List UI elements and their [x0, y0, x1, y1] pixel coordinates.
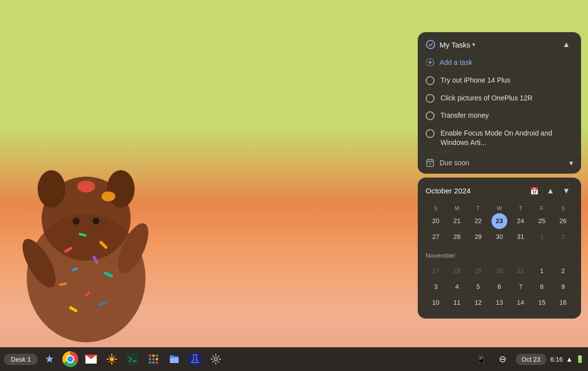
cal-day-nov7[interactable]: 7 — [513, 279, 529, 295]
cal-day-oct31-nov[interactable]: 31 — [513, 263, 529, 279]
task-item-1[interactable]: Try out iPhone 14 Plus — [418, 72, 581, 90]
cal-day-nov1[interactable]: 1 — [534, 263, 550, 279]
cal-day-oct26[interactable]: 26 — [555, 213, 571, 229]
taskbar: Desk 1 — [0, 347, 588, 371]
wifi-icon: ▲ — [566, 355, 573, 363]
cal-day-oct24[interactable]: 24 — [513, 213, 529, 229]
cal-day-nov11[interactable]: 11 — [449, 295, 465, 311]
svg-point-34 — [152, 362, 155, 364]
apps-icon[interactable] — [145, 350, 162, 368]
desk-button[interactable]: Desk 1 — [4, 354, 38, 365]
task-text-2: Click pictures of OnePlus 12R — [441, 93, 533, 103]
add-task-icon — [426, 58, 435, 67]
calendar-panel: October 2024 📅 ▲ ▼ S M T W T F S 20 21 2… — [418, 178, 581, 319]
task-item-4[interactable]: Enable Focus Mode On Android and Windows… — [418, 125, 581, 152]
svg-point-31 — [152, 358, 155, 361]
svg-point-27 — [149, 355, 151, 357]
due-soon-expand-icon[interactable]: ▾ — [569, 158, 573, 168]
battery-icon: 🔋 — [576, 355, 584, 363]
cal-day-oct28[interactable]: 28 — [449, 229, 465, 245]
cal-day-oct31[interactable]: 31 — [513, 229, 529, 245]
add-task-row[interactable]: Add a task — [418, 55, 581, 72]
tasks-collapse-button[interactable]: ▲ — [559, 39, 573, 50]
cal-day-nov16[interactable]: 16 — [555, 295, 571, 311]
lab-icon[interactable] — [186, 350, 204, 368]
cal-day-nov6[interactable]: 6 — [491, 279, 507, 295]
tasks-title[interactable]: My Tasks ▾ — [440, 41, 475, 49]
cal-day-nov1-oct[interactable]: 1 — [534, 229, 550, 245]
svg-point-33 — [149, 362, 151, 364]
svg-point-20 — [427, 41, 435, 49]
apps-svg — [148, 354, 159, 365]
due-soon-row[interactable]: Due soon ▾ — [418, 152, 581, 174]
cal-day-nov9[interactable]: 9 — [555, 279, 571, 295]
cal-day-nov15[interactable]: 15 — [534, 295, 550, 311]
cal-day-oct20[interactable]: 20 — [428, 213, 443, 229]
task-checkbox-2[interactable] — [426, 94, 435, 103]
lab-svg — [189, 353, 201, 365]
cal-day-oct30-nov[interactable]: 30 — [491, 263, 507, 279]
cal-day-nov8[interactable]: 8 — [534, 279, 550, 295]
cal-day-oct27[interactable]: 27 — [428, 229, 443, 245]
cal-day-nov14[interactable]: 14 — [513, 295, 529, 311]
calendar-today-button[interactable]: 📅 — [527, 186, 541, 196]
svg-point-32 — [156, 358, 158, 361]
cal-dow-tue: T — [468, 203, 489, 213]
cal-day-oct25[interactable]: 25 — [534, 213, 550, 229]
launcher-icon[interactable] — [41, 350, 58, 368]
task-text-1: Try out iPhone 14 Plus — [441, 76, 510, 86]
terminal-icon[interactable] — [124, 350, 142, 368]
svg-point-23 — [430, 163, 431, 165]
photos-svg — [106, 353, 118, 365]
cal-day-oct28-nov[interactable]: 28 — [449, 263, 465, 279]
svg-point-38 — [194, 361, 195, 362]
due-soon-label: Due soon — [440, 159, 469, 167]
task-item-3[interactable]: Transfer money — [418, 107, 581, 125]
svg-point-3 — [107, 170, 135, 208]
cal-day-oct23[interactable]: 23 — [491, 213, 507, 229]
date-button[interactable]: Oct 23 — [516, 354, 546, 365]
task-checkbox-1[interactable] — [426, 76, 435, 85]
november-label: November — [426, 252, 573, 259]
svg-point-25 — [110, 357, 114, 361]
cal-day-nov2[interactable]: 2 — [555, 263, 571, 279]
nov-week-3: 10 11 12 13 14 15 16 — [426, 295, 573, 311]
task-checkbox-4[interactable] — [426, 129, 435, 138]
dnd-icon[interactable]: ⊖ — [494, 350, 512, 368]
cal-day-nov10[interactable]: 10 — [428, 295, 443, 311]
calendar-prev-button[interactable]: ▲ — [543, 186, 557, 196]
calendar-header: October 2024 📅 ▲ ▼ — [426, 186, 573, 196]
calendar-next-button[interactable]: ▼ — [559, 186, 573, 196]
cal-day-nov12[interactable]: 12 — [470, 295, 486, 311]
cal-day-oct27-nov[interactable]: 27 — [428, 263, 443, 279]
phone-status-icon[interactable]: 📱 — [472, 350, 490, 368]
cal-day-nov4[interactable]: 4 — [449, 279, 465, 295]
files-icon[interactable] — [165, 350, 183, 368]
cal-day-nov13[interactable]: 13 — [491, 295, 507, 311]
cal-day-nov5[interactable]: 5 — [470, 279, 486, 295]
due-soon-left: Due soon — [426, 158, 469, 167]
photos-icon[interactable] — [103, 350, 121, 368]
cal-day-nov2-oct[interactable]: 2 — [555, 229, 571, 245]
cal-dow-sat: S — [553, 203, 573, 213]
svg-point-40 — [214, 358, 217, 361]
cal-day-oct29[interactable]: 29 — [470, 229, 486, 245]
cal-day-oct30[interactable]: 30 — [491, 229, 507, 245]
clock-time: 6:16 — [550, 356, 563, 363]
cal-day-nov3[interactable]: 3 — [428, 279, 443, 295]
chrome-app-icon[interactable] — [61, 350, 79, 368]
calendar-nav: 📅 ▲ ▼ — [527, 186, 573, 196]
gmail-icon[interactable] — [82, 350, 100, 368]
cal-day-oct29-nov[interactable]: 29 — [470, 263, 486, 279]
cal-day-oct22[interactable]: 22 — [470, 213, 486, 229]
task-text-4: Enable Focus Mode On Android and Windows… — [441, 129, 573, 148]
task-item-2[interactable]: Click pictures of OnePlus 12R — [418, 90, 581, 107]
tasks-header: My Tasks ▾ ▲ — [418, 32, 581, 55]
task-checkbox-3[interactable] — [426, 111, 435, 120]
svg-point-18 — [77, 181, 95, 192]
svg-rect-36 — [170, 358, 179, 363]
svg-point-39 — [196, 360, 196, 361]
cal-day-oct21[interactable]: 21 — [449, 213, 465, 229]
settings-icon[interactable] — [207, 350, 225, 368]
oct-week-2: 27 28 29 30 31 1 2 — [426, 229, 573, 245]
